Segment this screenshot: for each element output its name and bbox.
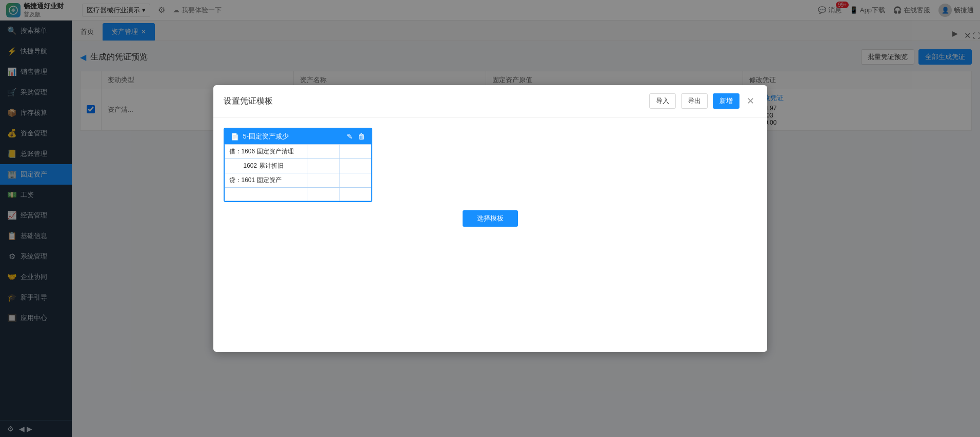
template-cards: 📄 5-固定资产减少 ✎ 🗑 借：1606 固定资产清理 — [224, 128, 757, 202]
template-empty-row — [225, 188, 371, 201]
modal-header: 设置凭证模板 导入 导出 新增 ✕ — [213, 85, 767, 117]
template-file-icon: 📄 — [231, 133, 239, 141]
template-entry-row: 借：1606 固定资产清理 — [225, 145, 371, 159]
template-card-title-area: 📄 5-固定资产减少 — [231, 132, 289, 141]
modal-close-btn[interactable]: ✕ — [745, 95, 757, 107]
modal-header-actions: 导入 导出 新增 ✕ — [649, 93, 757, 109]
entry-debit-1 — [308, 145, 339, 159]
template-card-title: 5-固定资产减少 — [243, 132, 289, 141]
template-card-action-btns: ✎ 🗑 — [347, 132, 365, 141]
entry-direction-1: 借：1606 固定资产清理 — [225, 145, 308, 159]
select-template-btn[interactable]: 选择模板 — [463, 210, 518, 227]
entry-debit-2 — [308, 159, 339, 173]
template-table: 借：1606 固定资产清理 1602 累计折旧 — [225, 144, 371, 201]
template-entry-row: 贷：1601 固定资产 — [225, 173, 371, 188]
modal-overlay[interactable]: 设置凭证模板 导入 导出 新增 ✕ 📄 5-固定资产减少 — [0, 0, 980, 437]
template-card-body: 借：1606 固定资产清理 1602 累计折旧 — [225, 144, 371, 201]
template-delete-btn[interactable]: 🗑 — [358, 132, 365, 141]
entry-credit-1 — [339, 145, 371, 159]
entry-credit-3 — [339, 173, 371, 188]
modal-body: 📄 5-固定资产减少 ✎ 🗑 借：1606 固定资产清理 — [213, 117, 767, 352]
template-entry-row: 1602 累计折旧 — [225, 159, 371, 173]
entry-debit-3 — [308, 173, 339, 188]
modal-set-template: 设置凭证模板 导入 导出 新增 ✕ 📄 5-固定资产减少 — [213, 85, 767, 352]
select-template-area: 选择模板 — [224, 210, 757, 227]
import-btn[interactable]: 导入 — [649, 93, 676, 109]
template-card-1: 📄 5-固定资产减少 ✎ 🗑 借：1606 固定资产清理 — [224, 128, 372, 202]
template-card-header: 📄 5-固定资产减少 ✎ 🗑 — [225, 129, 371, 144]
modal-title: 设置凭证模板 — [224, 96, 273, 107]
entry-credit-2 — [339, 159, 371, 173]
export-btn[interactable]: 导出 — [681, 93, 708, 109]
entry-direction-3: 贷：1601 固定资产 — [225, 173, 308, 188]
template-edit-btn[interactable]: ✎ — [347, 132, 353, 141]
new-btn[interactable]: 新增 — [713, 93, 739, 109]
entry-direction-2: 1602 累计折旧 — [225, 159, 308, 173]
